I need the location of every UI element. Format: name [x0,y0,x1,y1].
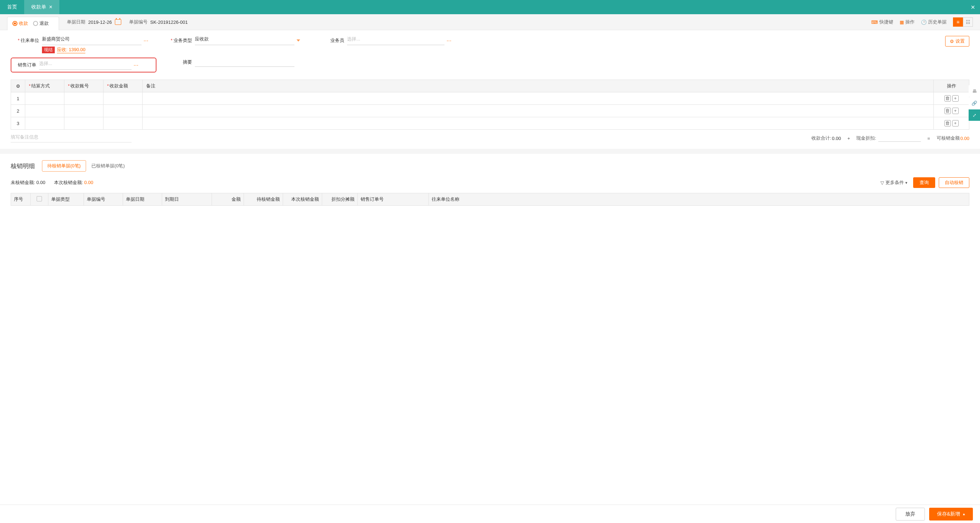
tab-receipt[interactable]: 收款单 × [24,0,59,14]
partner-value[interactable]: 新盛商贸公司 [42,36,142,45]
col-settle-method: 结算方式 [25,80,64,92]
date-label: 单据日期 [67,19,85,25]
delete-row-icon[interactable]: 🗑 [945,108,951,114]
salesperson-input[interactable]: 选择... [347,36,444,45]
view-list-icon[interactable]: ≡ [953,17,963,27]
history-button[interactable]: 🕑 历史单据 [921,19,947,25]
vcol-doctype: 单据类型 [48,193,84,206]
eq-sign: = [928,136,930,141]
document-header: 收款 退款 单据日期 2019-12-26 单据编号 SK-20191226-0… [0,14,980,30]
vcol-seq: 序号 [11,193,30,206]
add-row-icon[interactable]: + [952,95,959,101]
side-rail: 🖶 🔗 ⤢ [969,85,980,122]
allocable-label: 可核销金额 [937,135,960,141]
chevron-down-icon[interactable] [297,40,300,41]
auto-verify-button[interactable]: 自动核销 [939,177,969,188]
notes-input[interactable]: 填写备注信息 [11,134,132,143]
summary-input[interactable] [195,57,294,67]
discount-input[interactable] [878,135,921,142]
date-value[interactable]: 2019-12-26 [88,19,112,25]
payment-grid: ⚙ 结算方式 收款账号 收款金额 备注 操作 1🗑+2🗑+3🗑+ [11,79,969,130]
print-icon[interactable]: 🖶 [969,85,980,97]
docnum-value: SK-20191226-001 [150,19,188,25]
sum-value: 0.00 [832,136,841,141]
view-toggle: ≡ ☷ [953,17,973,27]
vcol-docdate: 单据日期 [123,193,162,206]
cell-settle-method[interactable] [25,105,64,117]
history-label: 历史单据 [928,19,947,25]
ellipsis-icon[interactable]: ··· [134,63,139,68]
settings-button[interactable]: 设置 [945,36,969,46]
plus-sign: + [847,136,850,141]
expand-icon[interactable]: ⤢ [969,109,980,121]
delete-row-icon[interactable]: 🗑 [945,95,951,101]
cell-settle-method[interactable] [25,92,64,105]
allocable-value: 0.00 [961,136,969,141]
cell-remark[interactable] [143,92,934,105]
radio-refund[interactable]: 退款 [33,20,49,27]
cell-amount[interactable] [103,105,143,117]
salesorder-field-highlight: 销售订单 选择... ··· [11,57,156,73]
checkbox-all[interactable] [37,196,42,201]
cell-amount[interactable] [103,117,143,130]
delete-row-icon[interactable]: 🗑 [945,120,951,127]
vcol-partner: 往来单位名称 [429,193,969,206]
link-icon[interactable]: 🔗 [969,97,980,109]
history-icon: 🕑 [921,19,927,25]
add-row-icon[interactable]: + [952,108,959,114]
form-area: *往来单位 新盛商贸公司 ··· 现结 应收: 1390.00 *业务类型 应收… [0,30,980,79]
cell-amount[interactable] [103,92,143,105]
close-icon[interactable]: × [49,4,52,10]
this-verify-label: 本次核销金额: [54,180,83,185]
ellipsis-icon[interactable]: ··· [144,38,149,43]
cell-remark[interactable] [143,105,934,117]
radio-icon [13,21,18,26]
operate-button[interactable]: ▦ 操作 [900,19,915,25]
cell-account[interactable] [64,105,103,117]
table-row[interactable]: 3🗑+ [11,117,969,130]
vcol-disc: 折扣分摊额 [322,193,358,206]
cell-account[interactable] [64,117,103,130]
query-button[interactable]: 查询 [913,177,935,188]
col-account: 收款账号 [64,80,103,92]
salesorder-input[interactable]: 选择... [39,60,132,70]
table-row[interactable]: 1🗑+ [11,92,969,105]
vcol-sonum: 销售订单号 [358,193,429,206]
calendar-icon[interactable] [115,19,121,25]
vcol-docnum: 单据编号 [84,193,123,206]
col-remark: 备注 [143,80,934,92]
cell-account[interactable] [64,92,103,105]
sum-label: 收款合计: [811,135,831,141]
biztype-value[interactable]: 应收款 [195,36,294,45]
tab-receipt-label: 收款单 [31,4,46,10]
salesperson-label: 业务员 [317,37,344,44]
unverified-label: 未核销金额: [11,180,35,185]
ellipsis-icon[interactable]: ··· [447,38,452,43]
shortcut-button[interactable]: ⌨ 快捷键 [871,19,893,25]
verify-title: 核销明细 [11,162,35,170]
radio-receive[interactable]: 收款 [13,20,28,27]
tab-pending-verify[interactable]: 待核销单据(0笔) [42,160,86,172]
gear-icon [950,39,956,44]
more-filters-button[interactable]: 更多条件 ▾ [880,179,907,186]
this-verify-value: 0.00 [84,180,93,185]
gear-icon[interactable]: ⚙ [16,84,20,89]
tab-home[interactable]: 首页 [0,0,24,14]
grid-icon: ▦ [900,19,904,25]
view-detail-icon[interactable]: ☷ [963,17,973,27]
row-index: 3 [11,117,25,130]
cell-remark[interactable] [143,117,934,130]
add-row-icon[interactable]: + [952,120,959,127]
unverified-value: 0.00 [36,180,45,185]
table-row[interactable]: 2🗑+ [11,105,969,117]
vcol-this: 本次核销金额 [283,193,322,206]
app-tab-bar: 首页 收款单 × × [0,0,980,14]
more-filters-label: 更多条件 [885,179,904,186]
window-close-icon[interactable]: × [966,0,980,14]
discount-label: 现金折扣: [856,135,876,141]
tab-done-verify[interactable]: 已核销单据(0笔) [86,160,130,172]
biztype-label: 业务类型 [173,38,192,43]
cell-settle-method[interactable] [25,117,64,130]
receivable-link[interactable]: 应收: 1390.00 [57,46,85,53]
cash-badge: 现结 [42,46,55,53]
